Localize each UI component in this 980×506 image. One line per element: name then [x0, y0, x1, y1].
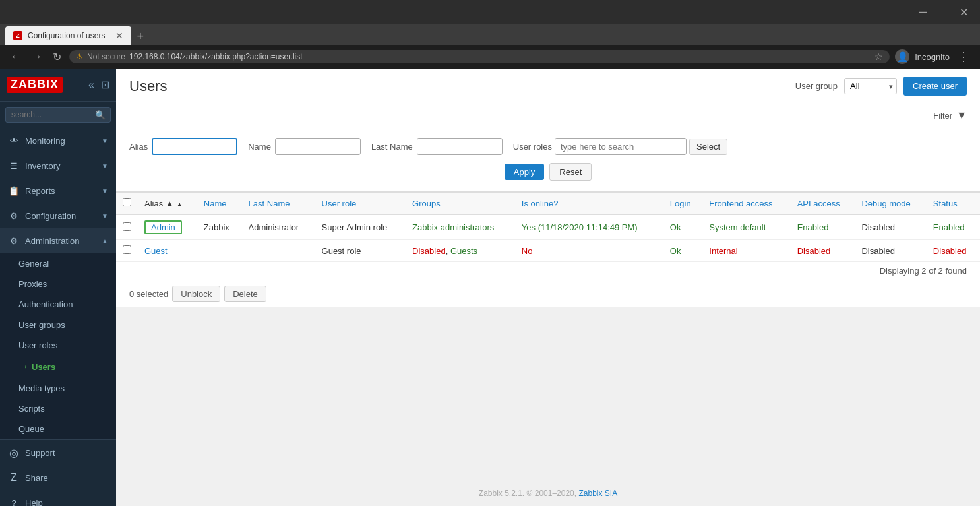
group-guests[interactable]: Guests: [450, 246, 477, 256]
sidebar-item-users[interactable]: → Users: [0, 356, 116, 378]
name-input[interactable]: [275, 138, 361, 155]
sidebar-item-help[interactable]: ? Help: [0, 490, 116, 506]
apply-button[interactable]: Apply: [505, 164, 545, 180]
header-api-access[interactable]: API access: [791, 193, 855, 215]
last-name-cell: Administrator: [242, 214, 315, 240]
header-login[interactable]: Login: [663, 193, 703, 215]
delete-button[interactable]: Delete: [224, 286, 266, 302]
admin-badge[interactable]: Admin: [144, 220, 182, 234]
user-alias-link[interactable]: Guest: [144, 246, 168, 256]
active-tab[interactable]: Z Configuration of users ✕: [5, 26, 131, 45]
select-all-checkbox[interactable]: [123, 198, 131, 206]
alias-col-label: Alias ▲: [144, 199, 174, 208]
proxies-label: Proxies: [18, 279, 47, 289]
new-tab-button[interactable]: +: [131, 30, 149, 44]
minimize-button[interactable]: ─: [914, 5, 932, 20]
tab-bar: Z Configuration of users ✕ +: [0, 24, 980, 45]
sidebar: ZABBIX « ⊡ 🔍 👁 Monitoring ▼ ☰ Inventory …: [0, 69, 116, 506]
forward-button[interactable]: →: [29, 49, 45, 64]
last-name-col-label: Last Name: [249, 199, 290, 208]
name-cell: Zabbix: [197, 214, 242, 240]
header-last-name[interactable]: Last Name: [242, 193, 315, 215]
window-controls-right[interactable]: ─ □ ✕: [914, 5, 973, 20]
address-text[interactable]: 192.168.0.104/zabbix/zabbix.php?action=u…: [129, 52, 871, 61]
filter-actions: Apply Reset: [129, 163, 967, 181]
filter-icon[interactable]: ▼: [956, 110, 967, 121]
alias-input[interactable]: [152, 138, 237, 155]
group-link[interactable]: Zabbix administrators: [412, 222, 494, 232]
footer-text: Zabbix 5.2.1. © 2001–2020,: [479, 489, 576, 498]
reset-button[interactable]: Reset: [549, 163, 592, 181]
footer-link[interactable]: Zabbix SIA: [578, 489, 617, 498]
header-user-role[interactable]: User role: [315, 193, 406, 215]
status-cell: Enabled: [927, 214, 980, 240]
header-status[interactable]: Status: [927, 193, 980, 215]
header-debug-mode[interactable]: Debug mode: [855, 193, 926, 215]
sidebar-item-authentication[interactable]: Authentication: [0, 294, 116, 315]
header-is-online[interactable]: Is online?: [515, 193, 663, 215]
user-role-cell: Super Admin role: [315, 214, 406, 240]
users-table-container: Alias ▲ Name Last Name User role Groups …: [116, 192, 980, 262]
sidebar-item-general[interactable]: General: [0, 253, 116, 274]
maximize-button[interactable]: □: [934, 5, 952, 20]
sidebar-item-user-roles[interactable]: User roles: [0, 335, 116, 356]
sidebar-item-scripts[interactable]: Scripts: [0, 398, 116, 419]
close-button[interactable]: ✕: [954, 5, 973, 20]
header-groups[interactable]: Groups: [406, 193, 515, 215]
star-icon[interactable]: ☆: [874, 51, 883, 62]
tab-close-icon[interactable]: ✕: [115, 30, 123, 41]
user-group-select[interactable]: All: [844, 78, 897, 94]
incognito-label: Incognito: [915, 52, 950, 62]
is-online-col-label: Is online?: [522, 199, 559, 208]
back-button[interactable]: ←: [8, 49, 24, 64]
header-frontend-access[interactable]: Frontend access: [702, 193, 790, 215]
sidebar-item-user-groups[interactable]: User groups: [0, 315, 116, 335]
frontend-access-cell: Internal: [702, 240, 790, 262]
support-icon: ◎: [8, 447, 20, 459]
sidebar-item-configuration[interactable]: ⚙ Configuration ▼: [0, 203, 116, 228]
user-role-col-label: User role: [322, 199, 357, 208]
header-name[interactable]: Name: [197, 193, 242, 215]
sidebar-item-share[interactable]: Z Share: [0, 465, 116, 490]
login-col-label: Login: [670, 199, 691, 208]
last-name-input[interactable]: [417, 138, 503, 155]
sidebar-label-reports: Reports: [25, 186, 96, 196]
sidebar-item-administration[interactable]: ⚙ Administration ▲: [0, 228, 116, 253]
sidebar-item-reports[interactable]: 📋 Reports ▼: [0, 178, 116, 203]
status-col-label: Status: [933, 199, 958, 208]
alias-cell: Admin: [138, 214, 197, 240]
header-alias[interactable]: Alias ▲: [138, 193, 197, 215]
sidebar-expand-icon[interactable]: ⊡: [101, 79, 109, 91]
sidebar-item-media-types[interactable]: Media types: [0, 378, 116, 398]
login-cell: Ok: [663, 214, 703, 240]
logo[interactable]: ZABBIX: [7, 77, 63, 93]
sidebar-item-inventory[interactable]: ☰ Inventory ▼: [0, 153, 116, 178]
sidebar-item-support[interactable]: ◎ Support: [0, 439, 116, 465]
debug-mode-col-label: Debug mode: [861, 199, 910, 208]
authentication-label: Authentication: [18, 300, 73, 309]
sidebar-collapse-icon[interactable]: «: [88, 79, 94, 91]
sidebar-item-queue[interactable]: Queue: [0, 419, 116, 439]
administration-icon: ⚙: [8, 235, 20, 247]
sidebar-item-proxies[interactable]: Proxies: [0, 274, 116, 294]
sidebar-item-monitoring[interactable]: 👁 Monitoring ▼: [0, 128, 116, 153]
reload-button[interactable]: ↻: [50, 49, 64, 65]
browser-menu-button[interactable]: ⋮: [955, 48, 972, 65]
tab-title: Configuration of users: [28, 31, 105, 40]
create-user-button[interactable]: Create user: [903, 77, 967, 96]
last-name-cell: [242, 240, 315, 262]
row-checkbox[interactable]: [123, 245, 131, 254]
row-checkbox-cell: [116, 214, 138, 240]
select-button[interactable]: Select: [689, 139, 727, 155]
debug-mode-cell: Disabled: [855, 214, 926, 240]
users-arrow-indicator: →: [18, 361, 29, 373]
app-container: ZABBIX « ⊡ 🔍 👁 Monitoring ▼ ☰ Inventory …: [0, 69, 980, 506]
group-disabled[interactable]: Disabled: [412, 246, 446, 256]
user-roles-input[interactable]: [555, 138, 687, 155]
groups-col-label: Groups: [412, 199, 441, 208]
users-table: Alias ▲ Name Last Name User role Groups …: [116, 192, 980, 262]
row-checkbox[interactable]: [123, 222, 131, 231]
unblock-button[interactable]: Unblock: [172, 286, 220, 302]
name-field: Name: [248, 138, 361, 155]
sidebar-search-icon: 🔍: [95, 110, 106, 120]
